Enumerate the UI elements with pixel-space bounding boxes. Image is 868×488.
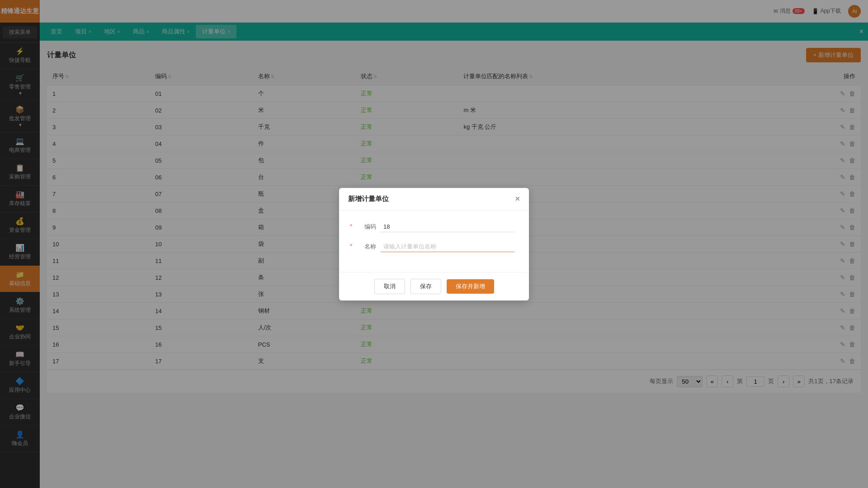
name-input[interactable] — [381, 241, 514, 252]
code-label: 编码 — [354, 223, 376, 231]
cancel-button[interactable]: 取消 — [374, 279, 405, 294]
form-row-code: 编码 — [354, 221, 514, 232]
save-and-new-button[interactable]: 保存并新增 — [447, 279, 494, 294]
code-input[interactable] — [381, 221, 514, 232]
modal-title: 新增计量单位 — [348, 195, 389, 203]
add-unit-modal: 新增计量单位 × 编码 名称 取消 保存 保存并新增 — [339, 188, 529, 300]
name-label: 名称 — [354, 243, 376, 251]
modal-footer: 取消 保存 保存并新增 — [339, 272, 529, 300]
modal-close-button[interactable]: × — [515, 194, 520, 204]
save-button[interactable]: 保存 — [410, 279, 441, 294]
form-row-name: 名称 — [354, 241, 514, 252]
modal-header: 新增计量单位 × — [339, 188, 529, 211]
modal-body: 编码 名称 — [339, 211, 529, 272]
modal-overlay: 新增计量单位 × 编码 名称 取消 保存 保存并新增 — [0, 0, 868, 488]
